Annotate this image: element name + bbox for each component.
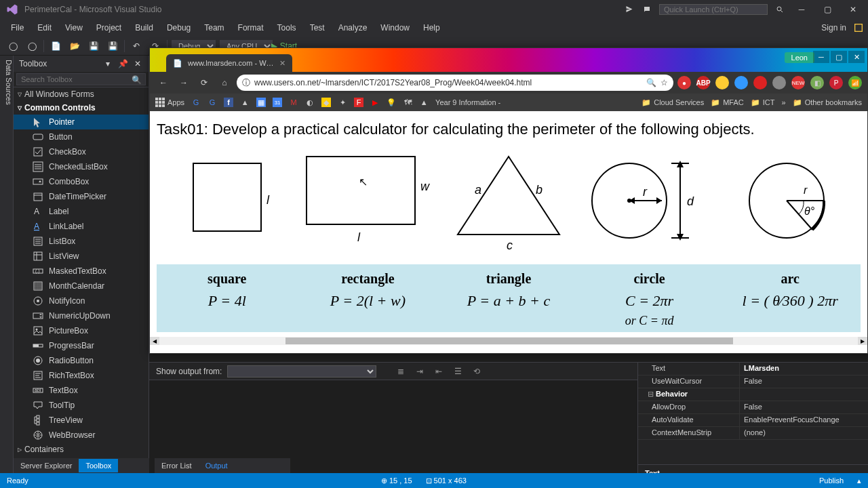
- tab-server-explorer[interactable]: Server Explorer: [14, 459, 79, 472]
- toolbox-close-icon[interactable]: 📌: [117, 58, 128, 69]
- ext-icon-8[interactable]: ◧: [810, 76, 824, 89]
- out-icon-3[interactable]: ⇤: [432, 365, 446, 378]
- toolbox-item-listbox[interactable]: ListBox: [14, 234, 149, 249]
- ext-new-icon[interactable]: NEW: [791, 76, 805, 89]
- toolbox-item-progressbar[interactable]: ProgressBar: [14, 338, 149, 353]
- bookmark-google2[interactable]: G: [208, 98, 217, 107]
- prop-key[interactable]: UseWaitCursor: [638, 375, 740, 388]
- browser-min-button[interactable]: ─: [813, 51, 829, 63]
- save-button[interactable]: 💾: [86, 39, 101, 54]
- menu-view[interactable]: View: [58, 20, 90, 35]
- menu-project[interactable]: Project: [90, 20, 128, 35]
- toolbox-search-input[interactable]: [16, 73, 146, 85]
- prop-key[interactable]: AutoValidate: [638, 414, 740, 426]
- ext-icon-4[interactable]: [734, 76, 748, 89]
- browser-max-button[interactable]: ▢: [831, 51, 847, 63]
- publish-button[interactable]: Publish: [819, 476, 844, 485]
- notifications-icon[interactable]: [624, 4, 635, 15]
- undo-button[interactable]: ↶: [129, 39, 144, 54]
- toolbox-item-linklabel[interactable]: ALinkLabel: [14, 219, 149, 234]
- toolbox-item-textbox[interactable]: ablTextBox: [14, 383, 149, 398]
- output-source-select[interactable]: [227, 365, 376, 378]
- prop-key[interactable]: AllowDrop: [638, 401, 740, 413]
- quick-launch-input[interactable]: [659, 4, 768, 15]
- prop-group[interactable]: Behavior: [638, 388, 740, 401]
- menu-debug[interactable]: Debug: [160, 20, 197, 35]
- nav-fwd-button[interactable]: ◯: [24, 39, 39, 54]
- prop-value[interactable]: (none): [740, 427, 868, 439]
- toolbox-item-radiobutton[interactable]: RadioButton: [14, 353, 149, 368]
- toolbox-item-numericupdown[interactable]: NumericUpDown: [14, 308, 149, 323]
- menu-test[interactable]: Test: [303, 20, 332, 35]
- group-containers[interactable]: Containers: [14, 443, 149, 456]
- toolbox-item-treeview[interactable]: TreeView: [14, 413, 149, 428]
- menu-help[interactable]: Help: [416, 20, 447, 35]
- menu-build[interactable]: Build: [128, 20, 160, 35]
- sign-in-link[interactable]: Sign in: [814, 20, 853, 35]
- prop-key[interactable]: ContextMenuStrip: [638, 427, 740, 439]
- bookmark-maps[interactable]: 🗺: [403, 98, 412, 107]
- group-all-windows-forms[interactable]: All Windows Forms: [14, 87, 149, 101]
- ext-pinterest-icon[interactable]: P: [829, 76, 843, 89]
- bookmark-6[interactable]: ◐: [305, 98, 315, 107]
- toolbox-item-label[interactable]: ALabel: [14, 204, 149, 219]
- save-all-button[interactable]: 💾: [105, 39, 120, 54]
- open-file-button[interactable]: 📂: [67, 39, 82, 54]
- star-icon[interactable]: ☆: [660, 78, 668, 87]
- tab-output[interactable]: Output: [199, 459, 235, 472]
- horizontal-scrollbar[interactable]: ◀▶: [150, 337, 867, 345]
- bookmark-year9[interactable]: Year 9 Information -: [435, 98, 500, 106]
- apps-button[interactable]: Apps: [155, 98, 184, 107]
- ext-pdf-icon[interactable]: [753, 76, 767, 89]
- bookmark-facebook[interactable]: f: [224, 98, 233, 107]
- tab-error-list[interactable]: Error List: [155, 459, 199, 472]
- account-icon[interactable]: [853, 22, 864, 33]
- search-icon[interactable]: [774, 4, 785, 15]
- ext-abp-icon[interactable]: ABP: [696, 76, 710, 89]
- menu-file[interactable]: File: [4, 20, 31, 35]
- toolbox-item-button[interactable]: Button: [14, 129, 149, 144]
- toolbox-item-combobox[interactable]: ComboBox: [14, 174, 149, 189]
- prop-value[interactable]: False: [740, 401, 868, 413]
- bookmark-cal[interactable]: ▦: [256, 98, 266, 107]
- other-bookmarks[interactable]: 📁Other bookmarks: [793, 98, 862, 107]
- bookmark-folder-cloud[interactable]: 📁Cloud Services: [642, 98, 704, 107]
- prop-value[interactable]: False: [740, 375, 868, 388]
- menu-window[interactable]: Window: [374, 20, 416, 35]
- bookmark-gmail[interactable]: M: [289, 98, 298, 107]
- menu-team[interactable]: Team: [197, 20, 231, 35]
- bookmark-overflow[interactable]: »: [782, 98, 786, 106]
- bookmark-folder-mfac[interactable]: 📁MFAC: [711, 98, 744, 107]
- out-icon-1[interactable]: ≣: [394, 365, 408, 378]
- browser-user-badge[interactable]: Leon: [785, 52, 814, 63]
- browser-back-button[interactable]: ←: [155, 75, 172, 91]
- ext-icon-3[interactable]: [715, 76, 729, 89]
- toolbox-item-listview[interactable]: ListView: [14, 249, 149, 264]
- toolbox-item-pointer[interactable]: Pointer: [14, 115, 149, 129]
- publish-dropdown-icon[interactable]: ▴: [857, 476, 861, 485]
- maximize-button[interactable]: ▢: [818, 3, 837, 16]
- tab-close-icon[interactable]: ✕: [279, 59, 285, 68]
- out-icon-4[interactable]: ☰: [451, 365, 465, 378]
- bookmark-folder-ict[interactable]: 📁ICT: [751, 98, 775, 107]
- toolbox-item-richtextbox[interactable]: RichTextBox: [14, 368, 149, 383]
- bookmark-keep[interactable]: 💡: [387, 98, 396, 107]
- browser-reload-button[interactable]: ⟳: [196, 75, 212, 91]
- menu-tools[interactable]: Tools: [271, 20, 303, 35]
- toolbox-item-picturebox[interactable]: PictureBox: [14, 323, 149, 338]
- bookmark-8[interactable]: ✦: [338, 98, 347, 107]
- ext-icon-1[interactable]: ●: [677, 76, 691, 89]
- address-bar[interactable]: ⓘ www.users.on.net/~lmarsden/ICT/2017S2Y…: [237, 75, 673, 91]
- prop-key[interactable]: Text: [638, 363, 740, 375]
- toolbox-pin-icon[interactable]: ▾: [102, 58, 113, 69]
- search-icon[interactable]: 🔍: [132, 75, 142, 85]
- toolbox-x-icon[interactable]: ✕: [132, 58, 143, 69]
- ext-rss-icon[interactable]: 📶: [848, 76, 862, 89]
- toolbox-item-datetimepicker[interactable]: DateTimePicker: [14, 189, 149, 204]
- prop-value[interactable]: LMarsden: [740, 363, 868, 375]
- browser-tab[interactable]: 📄 www.lmarsden.com - W… ✕: [166, 54, 292, 72]
- bookmark-flipboard[interactable]: F: [354, 98, 363, 107]
- bookmark-youtube[interactable]: ▶: [370, 98, 380, 107]
- nav-back-button[interactable]: ◯: [5, 39, 20, 54]
- ext-icon-6[interactable]: [772, 76, 786, 89]
